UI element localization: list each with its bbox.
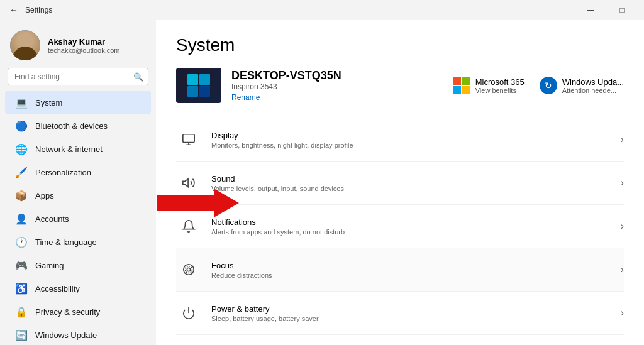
setting-name-power: Power & battery [211, 304, 616, 314]
nav-label-time: Time & language [35, 238, 97, 247]
nav-icon-accessibility: ♿ [15, 282, 28, 295]
setting-desc-power: Sleep, battery usage, battery saver [211, 315, 616, 322]
setting-desc-notifications: Alerts from apps and system, do not dist… [211, 228, 616, 236]
setting-icon-wrap-power [176, 300, 201, 326]
chevron-icon-focus: › [621, 264, 624, 275]
winupdate-card[interactable]: ↻ Windows Upda... Attention neede... [540, 77, 624, 94]
nav-label-accounts: Accounts [35, 214, 69, 224]
chevron-icon-sound: › [621, 177, 624, 189]
windows-logo [187, 74, 210, 97]
winupdate-text: Windows Upda... Attention neede... [562, 77, 624, 94]
chevron-icon-notifications: › [621, 221, 624, 232]
setting-item-display[interactable]: Display Monitors, brightness, night ligh… [176, 118, 624, 162]
setting-desc-display: Monitors, brightness, night light, displ… [211, 141, 616, 149]
nav-label-personalization: Personalization [35, 168, 91, 177]
nav-label-apps: Apps [35, 191, 54, 200]
setting-name-display: Display [211, 131, 616, 140]
setting-icon-wrap-focus [176, 257, 201, 282]
setting-text-sound: Sound Volume levels, output, input, soun… [211, 174, 616, 192]
m365-sub: View benefits [475, 87, 525, 94]
sidebar-item-accounts[interactable]: 👤 Accounts [5, 207, 151, 230]
svg-point-4 [186, 266, 192, 273]
nav-icon-update: 🔄 [15, 329, 28, 341]
device-thumbnail [176, 68, 221, 103]
m365-title: Microsoft 365 [475, 77, 525, 87]
setting-text-notifications: Notifications Alerts from apps and syste… [211, 217, 616, 236]
title-bar: ← Settings — □ [0, 0, 644, 20]
device-info: DESKTOP-VSTQ35N Inspiron 3543 Rename [231, 69, 443, 102]
nav-icon-time: 🕐 [15, 236, 28, 248]
nav-icon-system: 💻 [15, 96, 28, 109]
setting-name-sound: Sound [211, 174, 616, 183]
m365-card[interactable]: Microsoft 365 View benefits [453, 77, 525, 94]
promo-cards: Microsoft 365 View benefits ↻ Windows Up… [453, 77, 624, 94]
settings-list: Display Monitors, brightness, night ligh… [176, 118, 624, 345]
rename-link[interactable]: Rename [231, 93, 260, 102]
m365-text: Microsoft 365 View benefits [475, 77, 525, 94]
setting-icon-wrap-display [176, 127, 201, 152]
setting-desc-focus: Reduce distractions [211, 271, 616, 279]
winupdate-sub: Attention neede... [562, 87, 624, 94]
svg-rect-0 [183, 134, 194, 143]
sidebar-item-system[interactable]: 💻 System [5, 91, 151, 114]
svg-marker-1 [183, 179, 188, 187]
main-content: System DESKTOP-VSTQ35N Inspiron 3543 Ren… [156, 20, 644, 345]
setting-item-notifications[interactable]: Notifications Alerts from apps and syste… [176, 205, 624, 248]
search-input[interactable] [8, 68, 148, 85]
sidebar-item-personalization[interactable]: 🖌️ Personalization [5, 161, 151, 183]
setting-text-power: Power & battery Sleep, battery usage, ba… [211, 304, 616, 322]
chevron-icon-display: › [621, 134, 624, 145]
sidebar-item-apps[interactable]: 📦 Apps [5, 184, 151, 207]
search-icon: 🔍 [133, 72, 143, 82]
sidebar-item-bluetooth[interactable]: 🔵 Bluetooth & devices [5, 114, 151, 137]
setting-name-notifications: Notifications [211, 217, 616, 227]
device-card: DESKTOP-VSTQ35N Inspiron 3543 Rename Mic… [176, 68, 624, 103]
nav-label-system: System [35, 98, 62, 107]
nav-icon-accounts: 👤 [15, 212, 28, 225]
nav-icon-network: 🌐 [15, 143, 28, 155]
search-box: 🔍 [8, 68, 148, 85]
sidebar-item-privacy[interactable]: 🔒 Privacy & security [5, 300, 151, 323]
nav-label-accessibility: Accessibility [35, 284, 80, 293]
user-info: Akshay Kumar techakko@outlook.com [48, 37, 146, 54]
nav-label-network: Network & internet [35, 145, 103, 154]
sidebar-item-gaming[interactable]: 🎮 Gaming [5, 254, 151, 277]
device-model: Inspiron 3543 [231, 82, 443, 91]
sidebar-item-update[interactable]: 🔄 Windows Update [5, 324, 151, 345]
winupdate-icon: ↻ [540, 77, 557, 94]
setting-item-sound[interactable]: Sound Volume levels, output, input, soun… [176, 162, 624, 205]
setting-item-power[interactable]: Power & battery Sleep, battery usage, ba… [176, 292, 624, 335]
user-email: techakko@outlook.com [48, 47, 146, 54]
user-name: Akshay Kumar [48, 37, 146, 47]
m365-icon [453, 77, 470, 94]
nav-icon-bluetooth: 🔵 [15, 119, 28, 132]
avatar [10, 30, 40, 60]
title-bar-title: Settings [25, 6, 52, 14]
setting-item-focus[interactable]: Focus Reduce distractions › [176, 248, 624, 292]
setting-icon-wrap-sound [176, 170, 201, 195]
nav-label-update: Windows Update [35, 331, 97, 340]
page-title: System [176, 35, 624, 55]
setting-text-display: Display Monitors, brightness, night ligh… [211, 131, 616, 149]
svg-point-3 [187, 268, 191, 271]
nav-label-privacy: Privacy & security [35, 307, 100, 317]
winupdate-title: Windows Upda... [562, 77, 624, 87]
nav-icon-personalization: 🖌️ [15, 166, 28, 178]
user-profile[interactable]: Akshay Kumar techakko@outlook.com [0, 20, 156, 68]
sidebar-item-network[interactable]: 🌐 Network & internet [5, 138, 151, 160]
minimize-button[interactable]: — [576, 0, 605, 20]
back-button[interactable]: ← [8, 4, 20, 16]
nav-icon-privacy: 🔒 [15, 305, 28, 318]
sidebar: Akshay Kumar techakko@outlook.com 🔍 💻 Sy… [0, 20, 156, 345]
setting-desc-sound: Volume levels, output, input, sound devi… [211, 185, 616, 192]
window-controls: — □ [576, 0, 636, 20]
maximize-button[interactable]: □ [608, 0, 636, 20]
sidebar-item-accessibility[interactable]: ♿ Accessibility [5, 277, 151, 300]
sidebar-item-time[interactable]: 🕐 Time & language [5, 231, 151, 253]
setting-name-focus: Focus [211, 261, 616, 270]
nav-icon-apps: 📦 [15, 189, 28, 202]
chevron-icon-power: › [621, 307, 624, 319]
nav-label-gaming: Gaming [35, 261, 64, 270]
nav-list: 💻 System 🔵 Bluetooth & devices 🌐 Network… [0, 90, 156, 345]
setting-item-storage[interactable]: Storage Storage space, drives, configura… [176, 335, 624, 345]
